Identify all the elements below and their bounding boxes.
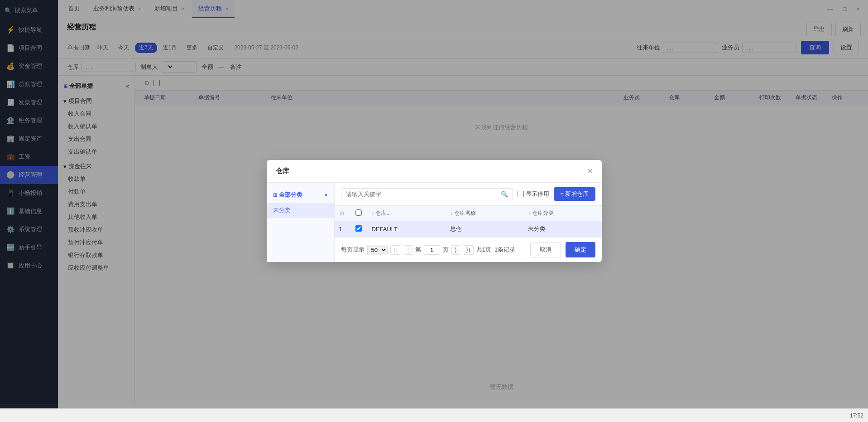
modal-page-suffix: 页 xyxy=(443,246,449,254)
modal-toolbar: 🔍 显示停用 + 新增仓库 xyxy=(335,183,602,206)
show-disabled-checkbox[interactable] xyxy=(518,191,524,197)
all-category-label: 全部分类 xyxy=(279,191,302,199)
uncategorized-label: 未分类 xyxy=(273,206,291,214)
col-warehouse-name[interactable]: ↕ 仓库名称 xyxy=(446,206,523,221)
modal-next-btn[interactable]: ⟩ xyxy=(451,245,460,255)
modal-search-icon[interactable]: 🔍 xyxy=(501,191,508,198)
row-checkbox[interactable] xyxy=(355,225,362,232)
add-warehouse-btn[interactable]: + 新增仓库 xyxy=(554,187,595,201)
taskbar-time: 17:52 xyxy=(850,412,863,419)
warehouse-modal: 仓库 × ⊞ 全部分类 « 未分类 xyxy=(267,160,602,262)
modal-overlay: 仓库 × ⊞ 全部分类 « 未分类 xyxy=(0,0,868,422)
sort-up-icon: ↕ xyxy=(372,210,374,216)
modal-body: ⊞ 全部分类 « 未分类 🔍 xyxy=(267,183,602,262)
col-settings-icon[interactable]: ⚙ xyxy=(339,210,345,217)
modal-page-input[interactable] xyxy=(424,245,440,255)
modal-per-page-select[interactable]: 50 xyxy=(367,245,388,255)
modal-prev-btn[interactable]: ⟨ xyxy=(404,245,412,255)
modal-total-text: 共1页, 1条记录 xyxy=(476,246,516,254)
modal-close-btn[interactable]: × xyxy=(588,166,593,176)
select-all-modal-checkbox[interactable] xyxy=(355,209,362,216)
modal-collapse-btn[interactable]: « xyxy=(325,192,328,198)
col-warehouse-category[interactable]: ↕ 仓库分类 xyxy=(523,206,601,221)
col-settings: ⚙ xyxy=(335,206,351,221)
modal-page-label: 第 xyxy=(415,246,421,254)
modal-left-panel: ⊞ 全部分类 « 未分类 xyxy=(267,183,335,262)
modal-left-item-uncategorized[interactable]: 未分类 xyxy=(267,203,334,218)
sort-up-icon3: ↕ xyxy=(528,210,531,216)
modal-title: 仓库 xyxy=(276,167,289,175)
modal-pagination: 每页显示 50 ⟨⟨ ⟨ 第 页 ⟩ ⟩⟩ 共1页, 1条记录 xyxy=(341,245,516,255)
modal-left-header: ⊞ 全部分类 « xyxy=(267,187,334,203)
modal-confirm-btn[interactable]: 确定 xyxy=(566,242,595,257)
col-warehouse-code[interactable]: ↕ 仓库... xyxy=(367,206,446,221)
show-disabled-text: 显示停用 xyxy=(526,190,549,198)
row-checkbox-cell xyxy=(351,221,367,237)
show-disabled-label: 显示停用 xyxy=(518,190,549,198)
modal-search-input[interactable] xyxy=(346,191,499,198)
modal-table: ⚙ ↕ 仓库... ↕ xyxy=(335,206,602,237)
row-category: 未分类 xyxy=(523,221,601,237)
modal-search-box: 🔍 xyxy=(341,188,513,200)
modal-header: 仓库 × xyxy=(267,160,602,183)
col-checkbox-header xyxy=(351,206,367,221)
modal-cancel-btn[interactable]: 取消 xyxy=(530,242,561,257)
modal-footer: 每页显示 50 ⟨⟨ ⟨ 第 页 ⟩ ⟩⟩ 共1页, 1条记录 xyxy=(335,237,602,262)
taskbar: 17:52 xyxy=(0,408,868,422)
modal-first-btn[interactable]: ⟨⟨ xyxy=(390,245,401,255)
grid-icon2: ⊞ xyxy=(273,192,277,198)
row-name: 总仓 xyxy=(446,221,523,237)
modal-per-page-label: 每页显示 xyxy=(341,246,364,254)
row-code: DEFAULT xyxy=(367,221,446,237)
sort-up-icon2: ↕ xyxy=(450,210,453,216)
modal-last-btn[interactable]: ⟩⟩ xyxy=(463,245,474,255)
modal-action-buttons: 取消 确定 xyxy=(530,242,595,257)
row-index: 1 xyxy=(335,221,351,237)
modal-right: 🔍 显示停用 + 新增仓库 ⚙ xyxy=(335,183,602,262)
table-row[interactable]: 1 DEFAULT 总仓 未分类 xyxy=(335,221,602,237)
warehouse-table: ⚙ ↕ 仓库... ↕ xyxy=(335,206,602,237)
